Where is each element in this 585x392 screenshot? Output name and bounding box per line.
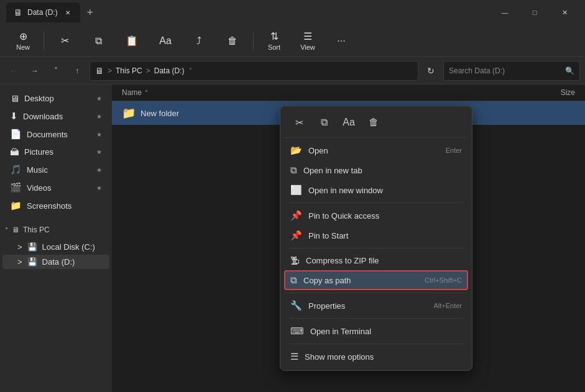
forward-button[interactable]: →: [26, 62, 44, 80]
pin-icon: ★: [96, 185, 102, 191]
cm-separator-4: [289, 318, 463, 319]
cm-item-open-new-tab[interactable]: ⧉ Open in new tab: [284, 160, 468, 180]
new-button[interactable]: ⊕ New: [7, 27, 39, 55]
col-name[interactable]: Name ˅: [122, 88, 525, 97]
recent-button[interactable]: ˅: [47, 62, 65, 80]
cm-item-show-more[interactable]: ☰ Show more options: [284, 347, 468, 367]
sidebar-item-label: Downloads: [23, 112, 63, 121]
cut-icon: ✂: [61, 35, 69, 47]
share-button[interactable]: ⤴: [183, 27, 214, 55]
breadcrumb-chevron[interactable]: ˅: [189, 67, 192, 74]
active-tab[interactable]: 🖥 Data (D:) ✕: [6, 2, 80, 22]
toolbar-separator: [44, 32, 44, 50]
view-icon: ☰: [303, 30, 312, 42]
sidebar-item-localc[interactable]: > 💾 Local Disk (C:): [2, 240, 109, 254]
paste-button[interactable]: 📋: [116, 27, 147, 55]
title-bar: 🖥 Data (D:) ✕ + — □ ✕: [0, 0, 585, 25]
view-label: View: [300, 43, 315, 51]
pin-icon: ★: [96, 148, 102, 155]
cm-item-open[interactable]: 📂 Open Enter: [284, 140, 468, 160]
videos-icon: 🎬: [10, 182, 22, 193]
cm-separator-3: [289, 293, 463, 293]
delete-button[interactable]: 🗑: [217, 27, 248, 55]
col-size[interactable]: Size: [525, 88, 575, 97]
cm-item-compress-zip[interactable]: 🗜 Compress to ZIP file: [284, 251, 468, 270]
back-button[interactable]: ←: [5, 62, 22, 80]
sidebar-thispc-section[interactable]: ˅ 🖥 This PC: [0, 222, 112, 237]
search-box[interactable]: Search Data (D:) 🔍: [443, 61, 580, 81]
breadcrumb-thispc[interactable]: This PC: [116, 66, 142, 75]
view-button[interactable]: ☰ View: [292, 27, 323, 55]
toolbar-separator-2: [253, 32, 254, 50]
new-label: New: [16, 43, 30, 51]
sidebar-item-label: Pictures: [24, 147, 53, 157]
copy-path-icon: ⧉: [290, 275, 297, 286]
pin-icon: ★: [96, 95, 102, 102]
new-tab-button[interactable]: +: [80, 2, 100, 22]
cm-item-copy-path[interactable]: ⧉ Copy as path Ctrl+Shift+C: [284, 270, 468, 290]
sidebar: 🖥 Desktop ★ ⬇ Downloads ★ 📄 Documents ★ …: [0, 84, 112, 392]
refresh-button[interactable]: ↻: [422, 62, 440, 80]
sidebar-item-downloads[interactable]: ⬇ Downloads ★: [2, 107, 109, 125]
cm-item-properties[interactable]: 🔧 Properties Alt+Enter: [284, 296, 468, 316]
rename-icon: Aa: [159, 35, 172, 47]
share-icon: ⤴: [196, 35, 201, 47]
screenshots-icon: 📁: [10, 200, 22, 211]
cm-item-open-new-window[interactable]: ⬜ Open in new window: [284, 180, 468, 200]
tab-icon: 🖥: [14, 7, 22, 17]
breadcrumb-drive[interactable]: Data (D:): [154, 66, 185, 75]
cm-open-new-window-label: Open in new window: [308, 186, 462, 195]
sidebar-item-label: Music: [27, 165, 48, 175]
cm-delete-icon: 🗑: [369, 117, 379, 128]
breadcrumb-arrow-2: >: [146, 66, 150, 75]
minimize-button[interactable]: —: [491, 2, 519, 22]
sort-icon: ⇅: [270, 30, 279, 42]
rename-button[interactable]: Aa: [150, 27, 181, 55]
cm-copy-button[interactable]: ⧉: [313, 112, 335, 132]
sidebar-item-music[interactable]: 🎵 Music ★: [2, 161, 109, 178]
cut-button[interactable]: ✂: [49, 27, 80, 55]
open-new-window-icon: ⬜: [290, 185, 302, 196]
sidebar-item-videos[interactable]: 🎬 Videos ★: [2, 179, 109, 196]
sidebar-item-datad[interactable]: > 💾 Data (D:): [2, 255, 109, 269]
pictures-icon: 🏔: [10, 147, 19, 157]
cm-cut-button[interactable]: ✂: [288, 112, 310, 132]
copy-icon: ⧉: [95, 35, 102, 47]
breadcrumb[interactable]: 🖥 > This PC > Data (D:) ˅: [90, 61, 418, 81]
sidebar-item-pictures[interactable]: 🏔 Pictures ★: [2, 144, 109, 160]
localc-chevron: >: [17, 242, 22, 252]
sidebar-item-documents[interactable]: 📄 Documents ★: [2, 125, 109, 143]
datad-icon: 💾: [27, 257, 37, 267]
sidebar-item-label: Screenshots: [27, 201, 71, 211]
copy-button[interactable]: ⧉: [83, 27, 114, 55]
compress-zip-icon: 🗜: [290, 255, 300, 266]
cm-rename-button[interactable]: Aa: [338, 112, 360, 132]
tab-close-button[interactable]: ✕: [63, 7, 73, 17]
toolbar: ⊕ New ✂ ⧉ 📋 Aa ⤴ 🗑 ⇅ Sort ☰ View ···: [0, 25, 585, 57]
cm-pin-quick-access-label: Pin to Quick access: [308, 211, 462, 221]
file-list-header: Name ˅ Size: [112, 84, 585, 101]
cm-delete-button[interactable]: 🗑: [362, 112, 385, 132]
cm-copy-path-shortcut: Ctrl+Shift+C: [425, 276, 462, 284]
context-menu: ✂ ⧉ Aa 🗑 📂 Open Enter ⧉ Open in new tab …: [280, 106, 472, 371]
address-bar: ← → ˅ ↑ 🖥 > This PC > Data (D:) ˅ ↻ Sear…: [0, 57, 585, 84]
more-options-button[interactable]: ···: [326, 27, 357, 55]
cm-pin-start-label: Pin to Start: [308, 231, 462, 240]
up-button[interactable]: ↑: [68, 62, 86, 80]
close-button[interactable]: ✕: [550, 2, 579, 22]
sidebar-item-desktop[interactable]: 🖥 Desktop ★: [2, 90, 109, 107]
sidebar-item-label: Documents: [27, 130, 68, 139]
sidebar-item-label: Desktop: [24, 94, 54, 103]
maximize-button[interactable]: □: [520, 2, 549, 22]
sidebar-item-label: Videos: [27, 183, 52, 193]
cm-open-label: Open: [308, 146, 440, 155]
cm-item-pin-quick-access[interactable]: 📌 Pin to Quick access: [284, 206, 468, 226]
cm-item-pin-start[interactable]: 📌 Pin to Start: [284, 226, 468, 245]
sidebar-item-screenshots[interactable]: 📁 Screenshots: [2, 197, 109, 214]
cm-item-open-terminal[interactable]: ⌨ Open in Terminal: [284, 321, 468, 341]
sort-button[interactable]: ⇅ Sort: [259, 27, 290, 55]
cm-compress-zip-label: Compress to ZIP file: [306, 256, 462, 265]
more-icon: ···: [337, 35, 345, 47]
cm-rename-icon: Aa: [343, 117, 355, 128]
thispc-chevron: ˅: [5, 227, 8, 234]
